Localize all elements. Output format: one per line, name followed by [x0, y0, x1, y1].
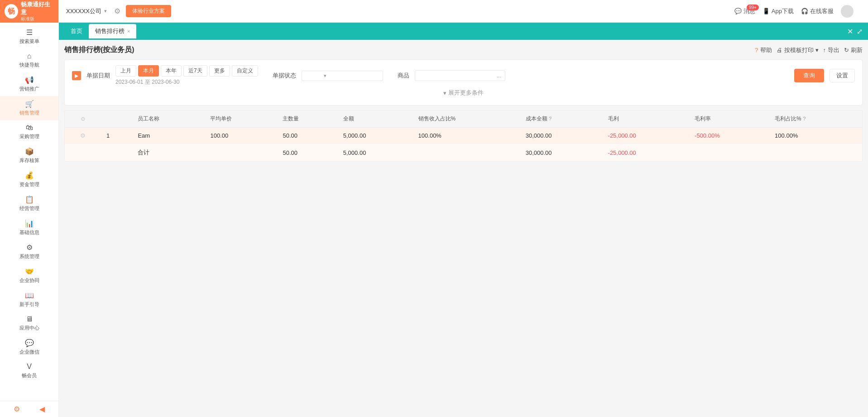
system-icon: ⚙ [26, 243, 33, 252]
goods-label: 商品 [398, 72, 409, 80]
quick-icon: ⌂ [27, 52, 32, 60]
date-btn-近7天[interactable]: 近7天 [183, 65, 207, 77]
sidebar-item-sales[interactable]: 🛒 销售管理 [0, 96, 58, 120]
col-gross-pct: 毛利占比% ? [769, 110, 862, 128]
sidebar-label-finance: 资金管理 [19, 181, 39, 188]
footer-rank [101, 144, 132, 162]
row-settings-icon[interactable]: ⚙ [65, 128, 101, 144]
print-button[interactable]: 🖨 按模板打印 ▾ [777, 46, 819, 54]
gross-pct-help-icon[interactable]: ? [803, 116, 806, 121]
export-button[interactable]: ↑ 导出 [823, 46, 840, 54]
sidebar: 畅 畅康通好生意 标准版 ☰ 搜索菜单⌂ 快捷导航📢 营销推广🛒 销售管理🛍 采… [0, 0, 59, 417]
sidebar-label-guide: 新手引导 [19, 301, 39, 308]
date-btn-本年[interactable]: 本年 [161, 65, 182, 77]
refresh-button[interactable]: ↻ 刷新 [844, 46, 863, 54]
company-name: XXXXXX公司 [66, 7, 101, 15]
sidebar-item-finance[interactable]: 💰 资金管理 [0, 168, 58, 192]
col-gross: 毛利 [603, 110, 690, 128]
sidebar-item-quick[interactable]: ⌂ 快捷导航 [0, 48, 58, 72]
date-btn-本月[interactable]: 本月 [138, 65, 159, 77]
inventory-icon: 📦 [25, 147, 34, 156]
app-download-button[interactable]: 📱 App下载 [762, 7, 794, 15]
footer-amount: 5,000.00 [338, 144, 413, 162]
tab-sales-ranking[interactable]: 销售排行榜 × [89, 24, 136, 38]
expand-button[interactable]: ▾ 展开更多条件 [443, 89, 484, 97]
online-service-button[interactable]: 🎧 在线客服 [801, 7, 834, 15]
table-header-row: ⚙ 员工名称 平均单价 主数量 全额 销售收入占比% 成本全额 ? 毛利 毛利率… [65, 110, 862, 128]
guide-icon: 📖 [25, 291, 34, 300]
col-name: 员工名称 [132, 110, 205, 128]
date-btn-自定义[interactable]: 自定义 [232, 65, 258, 77]
logo-area: 畅 畅康通好生意 标准版 [0, 0, 58, 23]
sidebar-settings-icon[interactable]: ⚙ [14, 405, 20, 413]
sidebar-label-search: 搜索菜单 [19, 38, 39, 45]
sidebar-item-marketing[interactable]: 📢 营销推广 [0, 72, 58, 96]
sidebar-item-wechat[interactable]: 💬 企业微信 [0, 335, 58, 359]
trial-button[interactable]: 体验行业方案 [126, 5, 171, 17]
footer-settings [65, 144, 101, 162]
col-qty: 主数量 [277, 110, 337, 128]
sidebar-label-wechat: 企业微信 [19, 349, 39, 355]
sidebar-label-marketing: 营销推广 [19, 86, 39, 92]
company-selector[interactable]: XXXXXX公司 ▾ [66, 7, 107, 15]
row-gross-rate: -500.00% [689, 128, 769, 144]
col-cost: 成本全额 ? [520, 110, 603, 128]
footer-gross-pct [769, 144, 862, 162]
window-expand-icon[interactable]: ⤢ [857, 27, 863, 36]
col-settings[interactable]: ⚙ [65, 110, 101, 128]
col-amount: 全额 [338, 110, 413, 128]
row-gross-pct: 100.00% [769, 128, 862, 144]
logo-icon: 畅 [5, 4, 18, 19]
help-button[interactable]: ? 帮助 [755, 46, 772, 54]
sidebar-item-collab[interactable]: 🤝 企业协同 [0, 264, 58, 288]
data-table: ⚙ 员工名称 平均单价 主数量 全额 销售收入占比% 成本全额 ? 毛利 毛利率… [64, 110, 863, 162]
sidebar-item-guide[interactable]: 📖 新手引导 [0, 288, 58, 312]
sidebar-item-member[interactable]: V 畅会员 [0, 359, 58, 383]
sidebar-item-basic[interactable]: 📊 基础信息 [0, 216, 58, 240]
operations-icon: 📋 [25, 195, 34, 204]
footer-label: 合计 [132, 144, 205, 162]
row-avg-price: 100.00 [205, 128, 277, 144]
date-label: 单据日期 [86, 72, 110, 80]
table-wrap: ⚙ 员工名称 平均单价 主数量 全额 销售收入占比% 成本全额 ? 毛利 毛利率… [65, 110, 862, 161]
cost-help-icon[interactable]: ? [549, 116, 551, 121]
sidebar-collapse-icon[interactable]: ◀ [39, 405, 45, 413]
filter-toggle-icon[interactable]: ▶ [72, 71, 81, 80]
tab-close-icon[interactable]: × [127, 29, 130, 34]
footer-cost: 30,000.00 [520, 144, 603, 162]
sidebar-item-system[interactable]: ⚙ 系统管理 [0, 240, 58, 264]
goods-more-icon[interactable]: ... [497, 72, 501, 79]
status-select[interactable]: ▾ [302, 71, 383, 81]
page-actions: ? 帮助 🖨 按模板打印 ▾ ↑ 导出 ↻ 刷新 [755, 46, 863, 54]
page-title: 销售排行榜(按业务员) [64, 45, 134, 55]
date-btn-上月[interactable]: 上月 [115, 65, 136, 77]
header-settings-icon[interactable]: ⚙ [114, 7, 120, 15]
sales-table: ⚙ 员工名称 平均单价 主数量 全额 销售收入占比% 成本全额 ? 毛利 毛利率… [65, 110, 862, 161]
goods-input[interactable]: ... [415, 70, 505, 81]
goods-search-input[interactable] [419, 72, 497, 79]
search-icon: ☰ [26, 28, 33, 37]
sidebar-item-appstore[interactable]: 🖥 应用中心 [0, 312, 58, 335]
footer-sales-pct [413, 144, 520, 162]
date-btn-更多[interactable]: 更多 [209, 65, 230, 77]
row-rank: 1 [101, 128, 132, 144]
query-button[interactable]: 查询 [794, 69, 824, 82]
sidebar-item-purchase[interactable]: 🛍 采购管理 [0, 120, 58, 144]
sidebar-item-search[interactable]: ☰ 搜索菜单 [0, 24, 58, 48]
date-range: 2023-06-01 至 2023-06-30 [115, 78, 258, 86]
refresh-icon: ↻ [844, 47, 849, 53]
sidebar-item-operations[interactable]: 📋 经营管理 [0, 192, 58, 216]
tab-home[interactable]: 首页 [64, 24, 89, 39]
window-close-icon[interactable]: ✕ [847, 27, 853, 36]
appstore-icon: 🖥 [26, 315, 33, 323]
avatar[interactable] [841, 5, 854, 18]
settings-small-button[interactable]: 设置 [830, 69, 855, 82]
content-area: 销售排行榜(按业务员) ? 帮助 🖨 按模板打印 ▾ ↑ 导出 ↻ 刷新 [59, 40, 868, 417]
sidebar-label-system: 系统管理 [19, 253, 39, 260]
message-button[interactable]: 💬 消息 99+ [734, 7, 755, 15]
table-row: ⚙ 1 Eam 100.00 50.00 5,000.00 100.00% 30… [65, 128, 862, 144]
logo-text: 畅康通好生意 标准版 [21, 1, 54, 22]
wechat-icon: 💬 [25, 339, 34, 347]
footer-gross: -25,000.00 [603, 144, 690, 162]
sidebar-item-inventory[interactable]: 📦 库存核算 [0, 144, 58, 168]
